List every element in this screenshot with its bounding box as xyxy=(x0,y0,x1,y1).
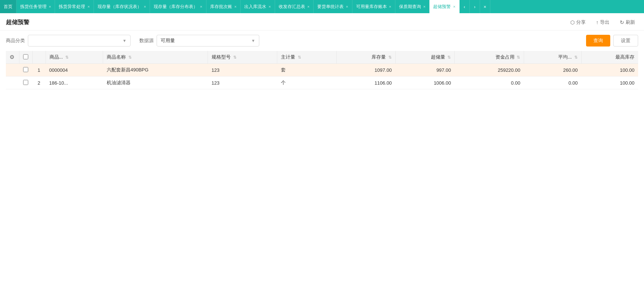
row2-overstock: 1006.00 xyxy=(395,77,454,89)
close-batch-account[interactable]: × xyxy=(234,4,237,9)
nav-quality-check[interactable]: 保质期查询 × xyxy=(395,0,429,13)
close-inventory-status[interactable]: × xyxy=(144,4,146,9)
row1-product-code: 0000004 xyxy=(45,64,103,77)
row1-checkbox-cell[interactable] xyxy=(19,64,32,77)
share-button[interactable]: ⬡ 分享 xyxy=(567,18,589,27)
table-row: 1 0000004 六配套新昌490BPG 123 套 1097.00 997.… xyxy=(6,64,638,77)
row2-checkbox-cell[interactable] xyxy=(19,77,32,89)
col-gear: ⚙ xyxy=(6,51,19,64)
row1-spec: 123 xyxy=(208,64,277,77)
col-max-stock-header[interactable]: 最高库存 xyxy=(581,51,638,64)
filter-buttons: 查询 设置 xyxy=(586,35,638,47)
close-recv-send[interactable]: × xyxy=(307,4,310,9)
sort-unit-icon: ⇅ xyxy=(298,55,301,59)
col-avg-header[interactable]: 平均... ⇅ xyxy=(524,51,582,64)
row2-inventory: 1106.00 xyxy=(336,77,395,89)
close-task-mgmt[interactable]: × xyxy=(49,4,51,9)
row2-product-name: 机油滤清器 xyxy=(103,77,208,89)
row1-checkbox[interactable] xyxy=(23,67,28,72)
row1-max-stock: 100.00 xyxy=(581,64,638,77)
close-order-stats[interactable]: × xyxy=(346,4,348,9)
sort-capital-icon: ⇅ xyxy=(517,55,520,59)
row2-product-code: 186-10... xyxy=(45,77,103,89)
row2-avg: 0.00 xyxy=(524,77,582,89)
page-header: 超储预警 ⬡ 分享 ↑ 导出 ↻ 刷新 xyxy=(0,13,644,30)
nav-inventory-dist[interactable]: 现存量（库存分布表） × xyxy=(150,0,206,13)
query-button[interactable]: 查询 xyxy=(586,35,610,47)
col-row-num-header xyxy=(32,51,45,64)
row1-num: 1 xyxy=(32,64,45,77)
table-body: 1 0000004 六配套新昌490BPG 123 套 1097.00 997.… xyxy=(6,64,638,89)
col-unit-header[interactable]: 主计量 ⇅ xyxy=(277,51,336,64)
col-checkbox-header[interactable] xyxy=(19,51,32,64)
col-spec-header[interactable]: 规格型号 ⇅ xyxy=(208,51,277,64)
nav-inventory-status[interactable]: 现存量（库存状况表） × xyxy=(94,0,150,13)
sort-avg-icon: ⇅ xyxy=(574,55,578,59)
row1-product-name: 六配套新昌490BPG xyxy=(103,64,208,77)
table-header: ⚙ 商品... ⇅ 商品名称 ⇅ 规格型号 xyxy=(6,51,638,64)
nav-batch-account[interactable]: 库存批次账 × xyxy=(206,0,241,13)
row1-avg: 260.00 xyxy=(524,64,582,77)
close-inout-flow[interactable]: × xyxy=(268,4,271,9)
row1-gear-cell xyxy=(6,64,19,77)
row2-checkbox[interactable] xyxy=(23,80,28,85)
col-product-code-header[interactable]: 商品... ⇅ xyxy=(45,51,103,64)
row2-gear-cell xyxy=(6,77,19,89)
refresh-button[interactable]: ↻ 刷新 xyxy=(617,18,638,27)
sort-inventory-icon: ⇅ xyxy=(388,55,392,59)
nav-order-stats[interactable]: 要货单统计表 × xyxy=(314,0,352,13)
close-avail-ledger[interactable]: × xyxy=(389,4,391,9)
row2-spec: 123 xyxy=(208,77,277,89)
nav-overstock-warn[interactable]: 超储预警 × xyxy=(429,0,459,13)
row1-overstock: 997.00 xyxy=(395,64,454,77)
col-product-name-header[interactable]: 商品名称 ⇅ xyxy=(103,51,208,64)
row1-inventory: 1097.00 xyxy=(336,64,395,77)
nav-task-mgmt[interactable]: 拣货任务管理 × xyxy=(17,0,55,13)
export-button[interactable]: ↑ 导出 xyxy=(593,18,612,27)
col-capital-header[interactable]: 资金占用 ⇅ xyxy=(455,51,524,64)
row1-unit: 套 xyxy=(277,64,336,77)
table-row: 2 186-10... 机油滤清器 123 个 1106.00 1006.00 … xyxy=(6,77,638,89)
row2-num: 2 xyxy=(32,77,45,89)
close-quality-check[interactable]: × xyxy=(423,4,425,9)
select-all-checkbox[interactable] xyxy=(23,54,28,59)
data-source-select[interactable]: 可用量 ▼ xyxy=(157,35,259,47)
nav-next-arrow[interactable]: › xyxy=(470,0,480,13)
table-container: ⚙ 商品... ⇅ 商品名称 ⇅ 规格型号 xyxy=(0,51,644,89)
close-inventory-dist[interactable]: × xyxy=(200,4,202,9)
row1-capital: 259220.00 xyxy=(455,64,524,77)
settings-button[interactable]: 设置 xyxy=(613,35,638,47)
row2-capital: 0.00 xyxy=(455,77,524,89)
nav-abnormal[interactable]: 拣货异常处理 × xyxy=(55,0,94,13)
data-source-label: 数据源 xyxy=(139,37,154,44)
col-inventory-header[interactable]: 库存量 ⇅ xyxy=(336,51,395,64)
data-source-value: 可用量 xyxy=(161,37,175,44)
top-navigation: 首页 拣货任务管理 × 拣货异常处理 × 现存量（库存状况表） × 现存量（库存… xyxy=(0,0,644,13)
data-source-chevron-icon: ▼ xyxy=(251,38,255,43)
page-container: 超储预警 ⬡ 分享 ↑ 导出 ↻ 刷新 商品分类 ▼ 数据源 xyxy=(0,13,644,293)
product-category-select[interactable]: ▼ xyxy=(28,35,131,47)
product-category-label: 商品分类 xyxy=(6,37,25,44)
column-settings-icon[interactable]: ⚙ xyxy=(10,54,14,60)
sort-overstock-icon: ⇅ xyxy=(447,55,451,59)
sort-spec-icon: ⇅ xyxy=(233,55,237,59)
close-abnormal[interactable]: × xyxy=(87,4,89,9)
close-overstock-warn[interactable]: × xyxy=(453,4,455,9)
nav-close-arrow[interactable]: × xyxy=(480,0,490,13)
product-category-chevron-icon: ▼ xyxy=(122,38,127,43)
col-overstock-header[interactable]: 超储量 ⇅ xyxy=(395,51,454,64)
nav-prev-arrow[interactable]: ‹ xyxy=(460,0,470,13)
sort-product-code-icon: ⇅ xyxy=(65,55,69,59)
header-actions: ⬡ 分享 ↑ 导出 ↻ 刷新 xyxy=(567,18,638,27)
data-table: ⚙ 商品... ⇅ 商品名称 ⇅ 规格型号 xyxy=(6,51,638,89)
nav-inout-flow[interactable]: 出入库流水 × xyxy=(241,0,275,13)
sort-product-name-icon: ⇅ xyxy=(128,55,132,59)
page-title: 超储预警 xyxy=(6,19,29,26)
data-source-filter: 数据源 可用量 ▼ xyxy=(139,35,259,47)
nav-recv-send[interactable]: 收发存汇总表 × xyxy=(275,0,314,13)
product-category-filter: 商品分类 ▼ xyxy=(6,35,131,47)
row2-max-stock: 100.00 xyxy=(581,77,638,89)
nav-home[interactable]: 首页 xyxy=(0,0,17,13)
filter-area: 商品分类 ▼ 数据源 可用量 ▼ 查询 设置 xyxy=(0,30,644,51)
nav-avail-ledger[interactable]: 可用量库存账本 × xyxy=(352,0,395,13)
